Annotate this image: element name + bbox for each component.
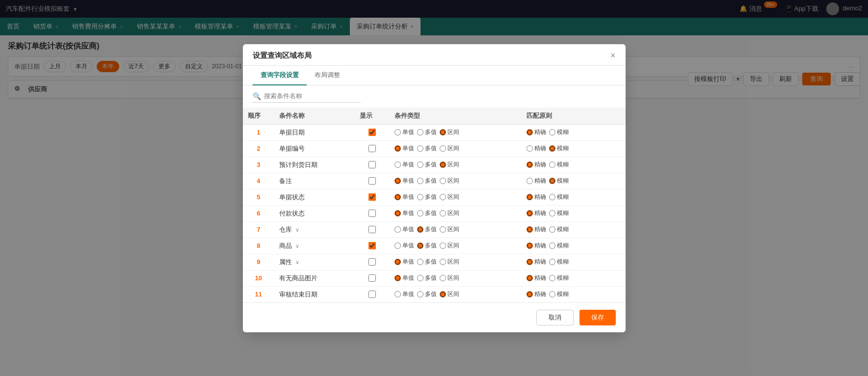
match-radio-match_exact-10[interactable] — [526, 275, 533, 281]
type-radio-type_range-2[interactable] — [440, 145, 446, 152]
type-radio-type_multi-7[interactable] — [417, 226, 423, 233]
match-radio-match_fuzzy-8[interactable] — [549, 242, 555, 249]
show-checkbox-6[interactable] — [368, 210, 376, 217]
type-radio-type_multi-3[interactable] — [417, 161, 423, 168]
match-radio-match_exact-2[interactable] — [526, 145, 533, 152]
tab-layout-adjust[interactable]: 布局调整 — [307, 66, 348, 85]
cell-show[interactable] — [355, 140, 389, 157]
type-radio-type_multi-9[interactable] — [417, 259, 423, 265]
cell-show[interactable] — [355, 205, 389, 221]
table-row: 6付款状态单值多值区间精确模糊 — [243, 205, 626, 221]
table-row: 8商品 ∨单值多值区间精确模糊 — [243, 238, 626, 254]
type-radio-type_multi-8[interactable] — [417, 242, 423, 249]
type-radio-type_range-3[interactable] — [440, 161, 446, 168]
match-radio-match_fuzzy-4[interactable] — [549, 178, 555, 184]
cell-name: 预计到货日期 — [274, 157, 355, 173]
type-radio-type_range-4[interactable] — [440, 178, 446, 184]
match-radio-match_exact-6[interactable] — [526, 210, 533, 216]
type-radio-type_single-10[interactable] — [395, 275, 401, 281]
dialog-header: 设置查询区域布局 × — [243, 44, 626, 66]
cell-type: 单值多值区间 — [390, 254, 522, 270]
dialog-close-button[interactable]: × — [610, 51, 616, 60]
show-checkbox-2[interactable] — [368, 145, 376, 152]
match-radio-match_fuzzy-5[interactable] — [549, 194, 555, 200]
tab-query-fields[interactable]: 查询字段设置 — [253, 66, 307, 85]
type-radio-type_range-5[interactable] — [440, 194, 446, 200]
match-radio-match_fuzzy-1[interactable] — [549, 129, 555, 135]
type-radio-type_range-10[interactable] — [440, 275, 446, 281]
show-checkbox-7[interactable] — [368, 226, 376, 233]
table-row: 4备注单值多值区间精确模糊 — [243, 173, 626, 189]
header-show: 显示 — [355, 107, 389, 125]
type-radio-type_range-7[interactable] — [440, 226, 446, 233]
cell-show[interactable] — [355, 173, 389, 189]
cell-show[interactable] — [355, 124, 389, 140]
cell-match: 精确模糊 — [522, 140, 625, 157]
type-radio-type_multi-2[interactable] — [417, 145, 423, 152]
type-radio-type_single-1[interactable] — [395, 129, 401, 135]
dialog: 设置查询区域布局 × 查询字段设置 布局调整 🔍 顺序 条件名称 — [243, 44, 626, 332]
match-radio-match_fuzzy-9[interactable] — [549, 259, 555, 265]
cell-match: 精确模糊 — [522, 205, 625, 221]
show-checkbox-11[interactable] — [368, 291, 376, 298]
type-radio-type_single-7[interactable] — [395, 226, 401, 233]
type-radio-type_single-5[interactable] — [395, 194, 401, 200]
type-radio-type_range-11[interactable] — [440, 291, 446, 297]
match-radio-match_exact-9[interactable] — [526, 259, 533, 265]
cell-show[interactable] — [355, 189, 389, 205]
match-radio-match_exact-11[interactable] — [526, 291, 533, 297]
show-checkbox-1[interactable] — [368, 129, 376, 136]
match-radio-match_exact-7[interactable] — [526, 226, 533, 233]
cell-show[interactable] — [355, 157, 389, 173]
cell-show[interactable] — [355, 221, 389, 238]
cell-name: 单据编号 — [274, 140, 355, 157]
show-checkbox-8[interactable] — [368, 242, 376, 249]
type-radio-type_single-11[interactable] — [395, 291, 401, 297]
type-radio-type_range-6[interactable] — [440, 210, 446, 216]
show-checkbox-10[interactable] — [368, 274, 376, 282]
type-radio-type_multi-6[interactable] — [417, 210, 423, 216]
match-radio-match_exact-4[interactable] — [526, 178, 533, 184]
type-radio-type_multi-5[interactable] — [417, 194, 423, 200]
cell-name: 单据日期 — [274, 124, 355, 140]
cell-type: 单值多值区间 — [390, 189, 522, 205]
type-radio-type_single-3[interactable] — [395, 161, 401, 168]
match-radio-match_exact-3[interactable] — [526, 161, 533, 168]
type-radio-type_multi-11[interactable] — [417, 291, 423, 297]
match-radio-match_fuzzy-6[interactable] — [549, 210, 555, 216]
dialog-body: 顺序 条件名称 显示 条件类型 匹配原则 1单据日期单值多值区间精确模糊2单据编… — [243, 107, 626, 302]
type-radio-type_single-6[interactable] — [395, 210, 401, 216]
type-radio-type_range-8[interactable] — [440, 242, 446, 249]
match-radio-match_exact-5[interactable] — [526, 194, 533, 200]
match-radio-match_exact-8[interactable] — [526, 242, 533, 249]
table-row: 3预计到货日期单值多值区间精确模糊 — [243, 157, 626, 173]
search-input[interactable] — [264, 92, 357, 100]
match-radio-match_exact-1[interactable] — [526, 129, 533, 135]
type-radio-type_multi-4[interactable] — [417, 178, 423, 184]
type-radio-type_range-9[interactable] — [440, 259, 446, 265]
cell-show[interactable] — [355, 254, 389, 270]
show-checkbox-9[interactable] — [368, 258, 376, 266]
type-radio-type_range-1[interactable] — [440, 129, 446, 135]
cell-show[interactable] — [355, 286, 389, 302]
type-radio-type_single-2[interactable] — [395, 145, 401, 152]
cell-order: 9 — [243, 254, 275, 270]
cell-match: 精确模糊 — [522, 254, 625, 270]
type-radio-type_single-8[interactable] — [395, 242, 401, 249]
match-radio-match_fuzzy-7[interactable] — [549, 226, 555, 233]
type-radio-type_multi-10[interactable] — [417, 275, 423, 281]
match-radio-match_fuzzy-3[interactable] — [549, 161, 555, 168]
cancel-button[interactable]: 取消 — [536, 310, 574, 325]
type-radio-type_multi-1[interactable] — [417, 129, 423, 135]
show-checkbox-4[interactable] — [368, 177, 376, 185]
match-radio-match_fuzzy-2[interactable] — [549, 145, 555, 152]
type-radio-type_single-9[interactable] — [395, 259, 401, 265]
cell-show[interactable] — [355, 238, 389, 254]
match-radio-match_fuzzy-11[interactable] — [549, 291, 555, 297]
match-radio-match_fuzzy-10[interactable] — [549, 275, 555, 281]
save-button[interactable]: 保存 — [579, 310, 616, 325]
show-checkbox-5[interactable] — [368, 193, 376, 201]
show-checkbox-3[interactable] — [368, 161, 376, 168]
cell-show[interactable] — [355, 270, 389, 286]
type-radio-type_single-4[interactable] — [395, 178, 401, 184]
